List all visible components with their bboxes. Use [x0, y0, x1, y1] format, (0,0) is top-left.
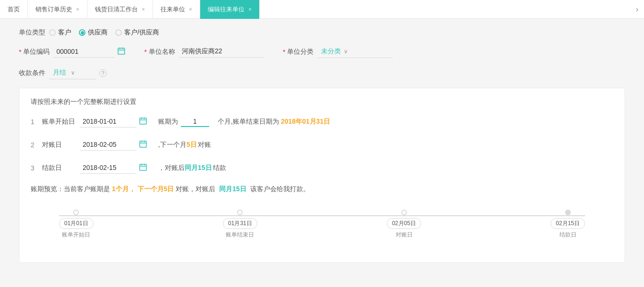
payment-date-input[interactable]	[80, 162, 136, 174]
period-input[interactable]	[181, 117, 209, 127]
unit-name-input[interactable]	[179, 46, 264, 58]
unit-code-star: *	[19, 48, 21, 56]
setting-num-2: 2	[31, 141, 42, 149]
tl-point-1: 01月01日 账单开始日	[59, 210, 93, 239]
setting-label-1: 账单开始日	[42, 118, 80, 126]
preview-period: 1个月，	[112, 185, 136, 193]
setting-desc-2b: 对账	[198, 141, 211, 149]
tl-sublabel-1: 账单开始日	[62, 231, 90, 239]
end-date-highlight: 2018年01月31日	[281, 118, 330, 126]
setting-label-3: 结款日	[42, 164, 80, 172]
reconcile-date-input[interactable]	[80, 139, 136, 151]
tl-tag-1: 01月01日	[59, 218, 93, 229]
radio-customer[interactable]: 客户	[49, 28, 71, 37]
reconcile-date-calendar-icon[interactable]	[139, 140, 147, 149]
help-icon[interactable]: ?	[99, 69, 107, 77]
unit-code-label: 单位编码	[23, 48, 50, 56]
tab-units[interactable]: 往来单位 ×	[153, 0, 200, 19]
tl-tag-3: 02月05日	[387, 218, 421, 229]
tab-edit-units[interactable]: 编辑往来单位 ×	[200, 0, 260, 19]
unit-name-label: 单位名称	[149, 48, 175, 56]
setting-desc-2a: ,下一个月	[158, 141, 186, 149]
calendar-icon[interactable]	[118, 47, 125, 56]
payment-date-calendar-icon[interactable]	[139, 163, 147, 172]
preview-reconcile: 下一个月5日	[137, 185, 174, 193]
unit-category-value: 未分类	[321, 47, 341, 56]
setting-desc-1b: 个月,账单结束日期为	[218, 118, 279, 126]
preview-label: 账期预览：当前客户账期是	[31, 185, 110, 193]
tab-sales-history[interactable]: 销售订单历史 ×	[28, 0, 87, 19]
tl-tag-2: 01月31日	[223, 218, 257, 229]
unit-code-group: * 单位编码	[19, 46, 125, 58]
timeline-points: 01月01日 账单开始日 01月31日 账单结束日 02月05日 对账日 02月…	[31, 210, 613, 239]
radio-circle-supplier	[79, 29, 85, 36]
unit-category-arrow: ∨	[344, 48, 348, 55]
payment-terms-arrow-icon: ∨	[71, 69, 75, 76]
svg-rect-12	[140, 164, 146, 170]
payment-terms-label: 收款条件	[19, 69, 45, 77]
unit-category-star: *	[283, 48, 285, 56]
payment-day-highlight: 同月15日	[185, 164, 212, 172]
unit-type-row: 单位类型 客户 供应商 客户/供应商	[19, 28, 625, 37]
unit-code-input[interactable]	[53, 46, 115, 58]
radio-circle-customer	[49, 29, 56, 36]
unit-category-group: * 单位分类 未分类 ∨	[283, 45, 393, 58]
tl-sublabel-2: 账单结束日	[226, 231, 254, 239]
tab-close-sales-history[interactable]: ×	[76, 6, 79, 13]
setting-desc-3b: 结款	[213, 164, 226, 172]
setting-row-1: 1 账单开始日 账期为 个月,账单结束日期为 2018年01月31日	[31, 116, 613, 127]
unit-name-group: * 单位名称	[144, 46, 263, 58]
tl-dot-2	[237, 210, 243, 215]
preview-reconcile-suffix: 对账，对账后	[176, 185, 215, 193]
setting-row-3: 3 结款日 ，对账后 同月15日 结款	[31, 162, 613, 174]
tl-sublabel-4: 结款日	[559, 231, 576, 239]
setting-num-3: 3	[31, 164, 42, 172]
payment-terms-value: 月结	[53, 68, 66, 77]
radio-label-customer: 客户	[58, 28, 71, 37]
preview-payment-suffix: 该客户会给我打款。	[250, 185, 310, 193]
unit-fields-row: * 单位编码 * 单位名称 * 单位分类 未分类 ∨	[19, 45, 625, 58]
unit-type-label: 单位类型	[19, 28, 45, 37]
preview-row: 账期预览：当前客户账期是 1个月， 下一个月5日 对账，对账后 同月15日 该客…	[31, 185, 613, 194]
tl-point-2: 01月31日 账单结束日	[223, 210, 257, 239]
radio-both[interactable]: 客户/供应商	[115, 28, 159, 37]
tl-sublabel-3: 对账日	[396, 231, 413, 239]
tl-dot-4	[565, 210, 571, 215]
setting-desc-3a: ，对账后	[158, 164, 185, 172]
reconcile-day-highlight: 5日	[186, 141, 197, 149]
section-title: 请按照未来的一个完整帐期进行设置	[31, 98, 613, 106]
start-date-calendar-icon[interactable]	[139, 117, 147, 126]
setting-row-2: 2 对账日 ,下一个月 5日 对账	[31, 139, 613, 151]
payment-terms-row: 收款条件 月结 ∨ ?	[19, 67, 625, 79]
tab-cash-work[interactable]: 钱货日清工作台 ×	[87, 0, 153, 19]
settings-section: 请按照未来的一个完整帐期进行设置 1 账单开始日 账期为 个月,账单结束日期为 …	[19, 88, 625, 263]
unit-type-radio-group: 客户 供应商 客户/供应商	[49, 28, 159, 37]
main-content: 单位类型 客户 供应商 客户/供应商 * 单位编码	[0, 19, 644, 287]
setting-desc-1a: 账期为	[158, 118, 178, 126]
tab-home[interactable]: 首页	[0, 0, 28, 19]
tab-close-edit-units[interactable]: ×	[248, 6, 252, 13]
tl-dot-3	[401, 210, 407, 215]
svg-rect-4	[140, 118, 146, 124]
unit-category-dropdown[interactable]: 未分类 ∨	[317, 45, 393, 58]
tabs-bar: 首页 销售订单历史 × 钱货日清工作台 × 往来单位 × 编辑往来单位 × ›	[0, 0, 644, 19]
tl-point-4: 02月15日 结款日	[551, 210, 585, 239]
unit-name-star: *	[144, 48, 146, 56]
start-date-input[interactable]	[80, 116, 136, 127]
tl-tag-4: 02月15日	[551, 218, 585, 229]
radio-label-both: 客户/供应商	[124, 28, 159, 37]
radio-supplier[interactable]: 供应商	[79, 28, 108, 37]
tl-dot-1	[73, 210, 79, 215]
tabs-more-button[interactable]: ›	[630, 5, 644, 14]
svg-rect-0	[118, 48, 125, 54]
preview-payment: 同月15日	[219, 185, 246, 193]
tab-close-cash-work[interactable]: ×	[142, 6, 145, 13]
payment-terms-dropdown[interactable]: 月结 ∨	[49, 67, 96, 79]
radio-circle-both	[115, 29, 122, 36]
setting-num-1: 1	[31, 118, 42, 126]
setting-label-2: 对账日	[42, 141, 80, 149]
tab-close-units[interactable]: ×	[189, 6, 192, 13]
tl-point-3: 02月05日 对账日	[387, 210, 421, 239]
unit-category-label: 单位分类	[287, 48, 314, 56]
timeline: 01月01日 账单开始日 01月31日 账单结束日 02月05日 对账日 02月…	[31, 205, 613, 253]
